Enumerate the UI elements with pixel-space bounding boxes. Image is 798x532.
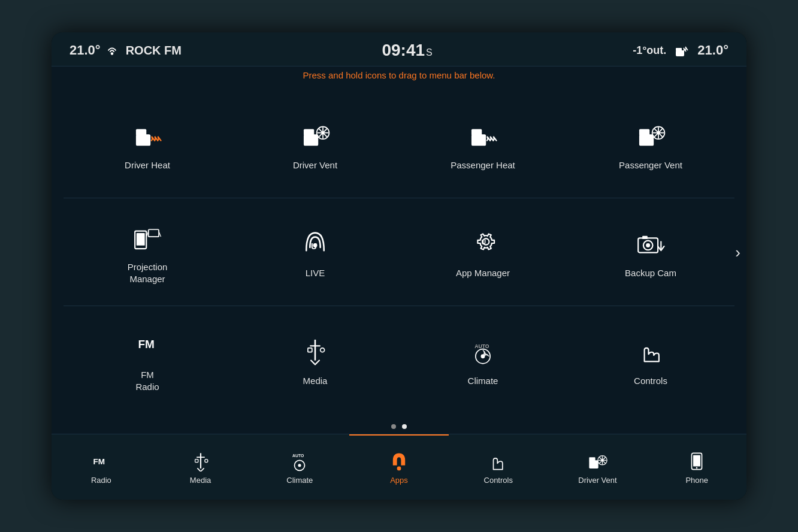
svg-text:U: U	[481, 238, 486, 245]
main-content: Driver Heat	[52, 84, 746, 434]
driver-vent-label: Driver Vent	[293, 159, 337, 171]
fm-radio-icon: FM	[132, 327, 163, 363]
media-button[interactable]: Media	[231, 321, 399, 399]
temp-left: 21.0°	[69, 43, 101, 58]
svg-point-22	[657, 131, 660, 134]
header: 21.0° ROCK FM 09:41 S -1°out.	[52, 32, 746, 66]
bottom-radio-label: Radio	[91, 476, 111, 485]
svg-rect-48	[195, 460, 198, 463]
svg-rect-3	[136, 134, 150, 146]
grid-row-3: FM FMRadio	[64, 306, 734, 413]
passenger-heat-label: Passenger Heat	[451, 159, 515, 171]
header-time-suffix: S	[426, 47, 433, 58]
bottom-radio[interactable]: FM Radio	[52, 434, 151, 500]
svg-rect-15	[639, 134, 654, 146]
live-icon: U	[300, 225, 331, 261]
svg-rect-5	[304, 134, 318, 146]
backup-cam-label: Backup Cam	[625, 267, 676, 279]
svg-rect-40	[308, 348, 312, 352]
passenger-heat-button[interactable]: Passenger Heat	[399, 105, 567, 183]
bottom-phone[interactable]: Phone	[647, 434, 746, 500]
svg-point-0	[111, 53, 113, 55]
media-label: Media	[303, 375, 328, 387]
svg-point-12	[321, 131, 324, 134]
header-left: 21.0° ROCK FM	[69, 43, 182, 58]
dot-1[interactable]	[391, 424, 396, 429]
climate-label: Climate	[468, 375, 498, 387]
projection-manager-label: ProjectionManager	[128, 261, 168, 285]
driver-heat-button[interactable]: Driver Heat	[64, 105, 231, 183]
hint-text: Press and hold icons to drag to menu bar…	[303, 70, 495, 80]
next-arrow[interactable]: ›	[735, 243, 740, 261]
climate-button[interactable]: AUTO Climate	[399, 321, 567, 399]
bottom-phone-icon	[687, 451, 707, 472]
svg-text:FM: FM	[93, 457, 105, 466]
svg-rect-35	[642, 236, 648, 239]
svg-point-29	[313, 243, 318, 247]
svg-text:AUTO: AUTO	[474, 343, 489, 349]
temp-right: 21.0°	[697, 43, 729, 58]
header-center: 09:41 S	[382, 41, 432, 60]
svg-rect-2	[676, 48, 682, 51]
svg-point-41	[321, 348, 325, 352]
svg-rect-6	[304, 129, 314, 135]
passenger-vent-button[interactable]: Passenger Vent	[567, 105, 734, 183]
svg-rect-4	[136, 129, 146, 135]
driver-vent-button[interactable]: Driver Vent	[231, 105, 399, 183]
svg-point-49	[204, 460, 207, 463]
dot-2[interactable]	[402, 424, 407, 429]
bottom-media-icon	[191, 451, 211, 472]
header-right: -1°out. 21.0°	[633, 42, 729, 59]
bottom-climate[interactable]: AUTO Climate	[250, 434, 349, 500]
bottom-radio-icon: FM	[91, 451, 111, 472]
outside-temp: -1°out.	[633, 44, 666, 57]
controls-icon	[635, 333, 666, 369]
grid-row-1: Driver Heat	[64, 90, 734, 198]
grid-area: Driver Heat	[52, 84, 746, 419]
svg-rect-1	[676, 50, 684, 56]
bottom-apps[interactable]: Apps	[349, 434, 449, 500]
driver-vent-icon	[300, 117, 331, 153]
svg-point-52	[298, 464, 301, 467]
fm-radio-button[interactable]: FM FMRadio	[64, 318, 231, 402]
svg-rect-54	[590, 460, 598, 468]
live-button[interactable]: U LIVE	[231, 213, 399, 291]
media-icon	[300, 333, 331, 369]
header-time: 09:41	[382, 41, 425, 60]
grid-row-2: ProjectionManager U LIVE	[64, 198, 734, 306]
climate-icon: AUTO	[467, 333, 498, 369]
bottom-apps-icon	[389, 451, 409, 472]
bottom-bar: FM Radio Media AUTO	[52, 434, 746, 500]
passenger-heat-icon	[467, 117, 498, 153]
app-manager-button[interactable]: U App Manager	[399, 213, 567, 291]
bottom-apps-label: Apps	[390, 476, 408, 485]
bottom-climate-label: Climate	[286, 476, 313, 485]
svg-rect-16	[639, 129, 649, 135]
svg-point-53	[397, 467, 401, 471]
projection-manager-icon	[132, 219, 163, 255]
svg-point-61	[601, 459, 604, 461]
svg-rect-55	[590, 457, 596, 461]
controls-button[interactable]: Controls	[567, 321, 734, 399]
svg-rect-14	[471, 129, 482, 135]
live-label: LIVE	[306, 267, 325, 279]
bottom-driver-vent[interactable]: Driver Vent	[548, 434, 648, 500]
fm-radio-label: FMRadio	[135, 369, 159, 392]
svg-text:AUTO: AUTO	[292, 454, 304, 458]
backup-cam-button[interactable]: Backup Cam ›	[567, 213, 734, 291]
svg-rect-63	[693, 455, 700, 467]
projection-manager-button[interactable]: ProjectionManager	[64, 210, 231, 294]
backup-cam-icon	[635, 225, 666, 261]
app-manager-label: App Manager	[456, 267, 510, 279]
controls-label: Controls	[634, 375, 667, 387]
svg-rect-24	[137, 233, 145, 246]
bottom-controls[interactable]: Controls	[449, 434, 548, 500]
bottom-media[interactable]: Media	[151, 434, 250, 500]
radio-station: ROCK FM	[126, 44, 182, 58]
app-manager-icon: U	[467, 225, 498, 261]
radio-wave-icon	[105, 44, 119, 57]
svg-rect-25	[149, 229, 159, 237]
bottom-driver-vent-icon	[587, 451, 607, 472]
seat-heat-icon	[673, 42, 690, 59]
svg-point-64	[696, 467, 698, 469]
